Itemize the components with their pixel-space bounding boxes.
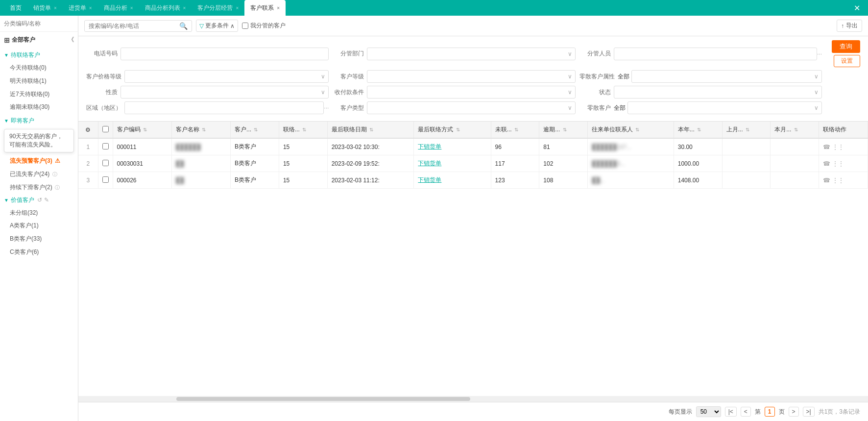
contact-icon[interactable]: ☎: [823, 177, 830, 184]
tab-purchase[interactable]: 进货单 ×: [63, 0, 98, 16]
tab-goods-analysis[interactable]: 商品分析 ×: [98, 0, 139, 16]
row-checkbox[interactable]: [102, 160, 109, 166]
col-name[interactable]: 客户名称 ⇅: [171, 122, 230, 138]
cell-last-method[interactable]: 下销货单: [414, 172, 491, 189]
sidebar-group-value[interactable]: ▼ 价值客户 ↺ ✎: [0, 194, 78, 206]
filter-customer-type-select[interactable]: ∨: [367, 101, 575, 114]
contact-method-link[interactable]: 下销货单: [418, 176, 441, 183]
sidebar-item-typeB[interactable]: B类客户(33): [0, 232, 78, 246]
per-page-select[interactable]: 50 100: [696, 406, 721, 417]
sidebar-item-overdue[interactable]: 逾期未联络(30): [0, 100, 78, 114]
filter-customer-level-select[interactable]: ∨: [367, 70, 575, 83]
tab-goods-list-close[interactable]: ×: [183, 5, 186, 11]
filter-dept-select[interactable]: ∨: [367, 48, 575, 60]
cell-code: 000026: [113, 172, 171, 189]
filter-price-level-select[interactable]: ∨: [124, 70, 329, 83]
cell-contact-person: ██...: [588, 172, 674, 189]
cell-last-method[interactable]: 下销货单: [414, 155, 491, 172]
sidebar-group-pending[interactable]: ▼ 待联络客户: [0, 48, 78, 61]
more-filter-btn[interactable]: ▽ 更多条件 ∧: [196, 20, 238, 32]
filter-phone-input[interactable]: [121, 48, 329, 60]
col-code[interactable]: 客户编码 ⇅: [113, 122, 171, 138]
more-action-icon[interactable]: ⋮⋮: [832, 177, 844, 184]
more-action-icon[interactable]: ⋮⋮: [832, 144, 844, 150]
sidebar-item-typeA[interactable]: A类客户(1): [0, 219, 78, 232]
filter-region-select[interactable]: [124, 101, 324, 114]
cell-actions[interactable]: ☎⋮⋮: [819, 155, 868, 172]
filter-nature-select[interactable]: ∨: [121, 86, 329, 99]
scrollbar-thumb[interactable]: [176, 397, 470, 401]
more-action-icon[interactable]: ⋮⋮: [832, 160, 844, 167]
my-customers-checkbox[interactable]: [242, 23, 248, 29]
first-page-btn[interactable]: |<: [725, 407, 737, 417]
sidebar-item-today[interactable]: 今天待联络(0): [0, 61, 78, 74]
cell-last-method[interactable]: 下销货单: [414, 138, 491, 155]
col-type[interactable]: 客户... ⇅: [231, 122, 279, 138]
col-last-month[interactable]: 上月... ⇅: [722, 122, 771, 138]
search-btn[interactable]: 🔍: [179, 22, 188, 30]
horizontal-scrollbar[interactable]: [78, 396, 868, 402]
sidebar-item-7days[interactable]: 近7天待联络(0): [0, 88, 78, 101]
edit-icon[interactable]: ✎: [44, 197, 49, 203]
tab-goods-analysis-close[interactable]: ×: [130, 5, 133, 11]
sidebar-item-typeC[interactable]: C类客户(6): [0, 246, 78, 259]
cell-actions[interactable]: ☎⋮⋮: [819, 138, 868, 155]
settings-btn[interactable]: 设置: [834, 55, 860, 67]
sidebar-item-tomorrow[interactable]: 明天待联络(1): [0, 74, 78, 88]
sidebar-item-churned[interactable]: 已流失客户(24) ⓘ: [0, 168, 78, 181]
cell-actions[interactable]: ☎⋮⋮: [819, 172, 868, 189]
col-overdue[interactable]: 逾期... ⇅: [539, 122, 588, 138]
window-close-btn[interactable]: ✕: [850, 3, 864, 13]
filter-customer-level-label: 客户等级: [333, 73, 367, 81]
col-contact-person[interactable]: 往来单位联系人 ⇅: [588, 122, 674, 138]
col-checkbox[interactable]: [98, 122, 113, 138]
prev-page-btn[interactable]: <: [741, 407, 751, 417]
search-input[interactable]: [89, 23, 179, 29]
tab-home[interactable]: 首页: [4, 0, 27, 16]
col-this-month[interactable]: 本月... ⇅: [771, 122, 819, 138]
next-page-btn[interactable]: >: [789, 407, 799, 417]
col-last-method[interactable]: 最后联络方式 ⇅: [414, 122, 491, 138]
row-checkbox[interactable]: [102, 143, 109, 149]
col-this-year[interactable]: 本年... ⇅: [674, 122, 722, 138]
contact-method-link[interactable]: 下销货单: [418, 143, 441, 150]
filter-person-select[interactable]: [614, 48, 817, 60]
contact-icon[interactable]: ☎: [823, 160, 830, 167]
last-page-btn[interactable]: >|: [803, 407, 815, 417]
sidebar-item-ungroup[interactable]: 未分组(32): [0, 206, 78, 220]
sidebar-item-churn-warning[interactable]: 流失预警客户(3) ⚠: [0, 154, 78, 168]
filter-sparse-customer-select[interactable]: ∨: [627, 101, 822, 114]
tab-sales[interactable]: 销货单 ×: [27, 0, 63, 16]
cell-checkbox[interactable]: [98, 138, 113, 155]
filter-region-dots[interactable]: ···: [324, 104, 329, 111]
sidebar-item-declining[interactable]: 持续下滑客户(2) ⓘ: [0, 181, 78, 194]
filter-sparse-attr-select[interactable]: ∨: [631, 70, 822, 83]
sidebar-root[interactable]: ⊞ 全部客户 《: [0, 32, 78, 48]
tab-goods-list[interactable]: 商品分析列表 ×: [139, 0, 192, 16]
tab-sales-close[interactable]: ×: [54, 5, 57, 11]
refresh-icon[interactable]: ↺: [37, 197, 42, 203]
tab-purchase-close[interactable]: ×: [89, 5, 92, 11]
tab-customer-contact-close[interactable]: ×: [277, 5, 280, 11]
filter-payment-select[interactable]: ∨: [367, 86, 575, 99]
col-no-contact[interactable]: 未联... ⇅: [491, 122, 539, 138]
tab-customer-contact[interactable]: 客户联系 ×: [244, 0, 286, 16]
sidebar-search-input[interactable]: [4, 20, 77, 27]
cell-checkbox[interactable]: [98, 155, 113, 172]
col-last-date[interactable]: 最后联络日期 ⇅: [327, 122, 414, 138]
tab-customer-tier[interactable]: 客户分层经营 ×: [192, 0, 244, 16]
query-btn[interactable]: 查询: [832, 40, 860, 53]
contact-icon[interactable]: ☎: [823, 144, 830, 150]
cell-checkbox[interactable]: [98, 172, 113, 189]
col-contact-count[interactable]: 联络... ⇅: [279, 122, 327, 138]
export-btn[interactable]: ↑ 导出: [837, 20, 862, 32]
filter-person-dots[interactable]: ···: [817, 50, 822, 57]
collapse-icon[interactable]: 《: [68, 36, 74, 44]
row-checkbox[interactable]: [102, 176, 109, 183]
tab-customer-tier-close[interactable]: ×: [236, 5, 239, 11]
col-settings[interactable]: ⚙: [78, 122, 98, 138]
sidebar-group-churn[interactable]: ▼ 即将客户: [0, 114, 78, 127]
select-all-checkbox[interactable]: [102, 126, 109, 132]
filter-status-select[interactable]: ∨: [614, 86, 822, 99]
contact-method-link[interactable]: 下销货单: [418, 160, 441, 167]
